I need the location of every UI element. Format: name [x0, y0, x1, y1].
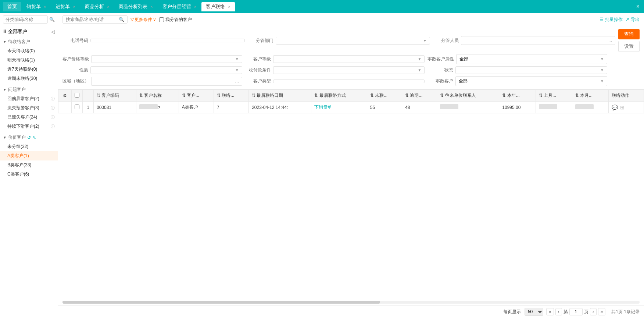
sidebar-item-7days[interactable]: 近7天待联络(0): [0, 65, 58, 74]
tab-purchase[interactable]: 进货单 ×: [51, 2, 79, 11]
sidebar-item-repurchase-abnormal[interactable]: 回购异常客户(2) ⓘ: [0, 94, 58, 103]
last-page-button[interactable]: »: [598, 308, 606, 315]
td-last-method: 下销货单: [311, 102, 367, 113]
status-select[interactable]: ▼: [455, 66, 607, 74]
td-name: ?: [136, 102, 179, 113]
settings-icon[interactable]: ⚙: [63, 93, 67, 98]
action-icons: 💬 ⊞: [612, 105, 641, 110]
sidebar-item-tomorrow[interactable]: 明天待联络(1): [0, 56, 58, 65]
col-name[interactable]: ⇅ 客户名称: [136, 90, 179, 102]
filter-search-icon[interactable]: 🔍: [119, 17, 124, 22]
close-app-button[interactable]: ×: [635, 2, 641, 11]
td-no-contact: 55: [367, 102, 402, 113]
tab-sales[interactable]: 销货单 ×: [22, 2, 50, 11]
dept-select[interactable]: ▼: [276, 37, 430, 45]
col-code[interactable]: ⇅ 客户编码: [94, 90, 136, 102]
col-unit-sort: ⇅: [440, 93, 444, 98]
td-type: A类客户: [179, 102, 214, 113]
page-input[interactable]: [569, 308, 583, 315]
batch-operation-button[interactable]: ☰ 批量操作: [600, 17, 623, 23]
col-settings[interactable]: ⚙: [58, 90, 72, 102]
first-page-button[interactable]: «: [546, 308, 554, 315]
query-button[interactable]: 查询: [618, 29, 640, 39]
col-overdue[interactable]: ⇅ 逾期...: [402, 90, 437, 102]
filter-row-4: 区域（地区） ... 客户类型 零散客户 全部 ▼: [62, 76, 640, 86]
sidebar-search-input[interactable]: [3, 15, 48, 24]
col-no-contact-sort: ⇅: [370, 93, 374, 98]
main-layout: 🔍 ⠿ 全部客户 ◁ ▼ 待联络客户 今天待联络(0) 明天待联络(1) 近7天…: [0, 13, 644, 318]
close-tab-purchase[interactable]: ×: [73, 4, 75, 9]
sidebar-item-churn-warning[interactable]: 流失预警客户(3) ⓘ: [0, 103, 58, 113]
col-last-method[interactable]: ⇅ 最后联络方式: [311, 90, 367, 102]
close-tab-customer-segment[interactable]: ×: [194, 4, 196, 9]
row-checkbox[interactable]: [75, 105, 79, 109]
tab-customer-contact[interactable]: 客户联络 ×: [201, 2, 235, 11]
sidebar-item-class-c[interactable]: C类客户(6): [0, 170, 58, 179]
tab-goods-analysis-list[interactable]: 商品分析列表 ×: [114, 2, 157, 11]
col-this-month[interactable]: ⇅ 本月...: [572, 90, 608, 102]
link-icon[interactable]: ⊞: [620, 105, 625, 110]
col-last-date[interactable]: ⇅ 最后联络日期: [249, 90, 311, 102]
sidebar-item-today[interactable]: 今天待联络(0): [0, 46, 58, 56]
col-no-contact[interactable]: ⇅ 未联...: [367, 90, 402, 102]
col-this-year[interactable]: ⇅ 本年...: [499, 90, 536, 102]
my-customers-checkbox-label[interactable]: 我分管的客户: [159, 17, 192, 23]
nature-select[interactable]: ▼: [90, 66, 242, 74]
sidebar-item-declining[interactable]: 持续下滑客户(2) ⓘ: [0, 122, 58, 131]
price-level-select[interactable]: ▼: [91, 55, 242, 63]
filter-row-1: 电话号码 分管部门 ▼ 分管人员 ...: [62, 29, 640, 52]
sidebar-group-problem-title[interactable]: ▼ 问题客户: [0, 85, 58, 94]
close-tab-goods-analysis[interactable]: ×: [107, 4, 109, 9]
select-all-checkbox[interactable]: [75, 93, 79, 98]
filter-search-input[interactable]: [66, 17, 117, 22]
cust-type-label: 客户类型: [245, 78, 271, 84]
sidebar-item-class-a[interactable]: A类客户(1): [0, 151, 58, 160]
phone-input[interactable]: [90, 39, 245, 42]
edit-icon[interactable]: ✎: [32, 135, 36, 140]
close-tab-goods-analysis-list[interactable]: ×: [150, 4, 153, 9]
close-tab-sales[interactable]: ×: [44, 4, 46, 9]
sidebar-item-unclassified[interactable]: 未分组(32): [0, 142, 58, 151]
tab-home[interactable]: 首页: [3, 2, 21, 11]
page-size-select[interactable]: 50 20 100: [525, 308, 543, 316]
refresh-icon[interactable]: ↺: [27, 135, 31, 140]
payment-select[interactable]: ▼: [273, 66, 425, 74]
message-icon[interactable]: 💬: [612, 105, 618, 110]
col-this-month-sort: ⇅: [575, 93, 579, 98]
name-masked: [139, 104, 158, 109]
col-last-month[interactable]: ⇅ 上月...: [536, 90, 572, 102]
col-contact[interactable]: ⇅ 联络...: [214, 90, 248, 102]
tab-goods-analysis[interactable]: 商品分析 ×: [80, 2, 114, 11]
scroll-track[interactable]: [62, 301, 640, 304]
next-page-button[interactable]: ›: [590, 308, 597, 315]
filter-more-button[interactable]: ▽ 更多条件 ∨: [130, 17, 156, 23]
sidebar-item-overdue[interactable]: 逾期未联络(30): [0, 74, 58, 83]
customer-table-area: ⚙ ⇅ 客户编码 ⇅ 客户名称: [58, 89, 644, 299]
close-tab-customer-contact[interactable]: ×: [228, 4, 230, 9]
nature-label: 性质: [62, 67, 88, 73]
tab-customer-segment[interactable]: 客户分层经营 ×: [158, 2, 201, 11]
col-unit-contact[interactable]: ⇅ 往来单位联系人: [437, 90, 499, 102]
scatter-cust-select[interactable]: 全部 ▼: [455, 76, 607, 86]
my-customers-checkbox[interactable]: [159, 17, 164, 22]
td-checkbox[interactable]: [72, 102, 83, 113]
sidebar-collapse-icon[interactable]: ◁: [51, 29, 55, 35]
sidebar-item-churned[interactable]: 已流失客户(24) ⓘ: [0, 113, 58, 122]
filter-cell-scatter-attr: 零散客户属性 全部 ▼: [427, 54, 607, 64]
col-type[interactable]: ⇅ 客户...: [179, 90, 214, 102]
region-input[interactable]: ...: [91, 77, 242, 86]
scroll-thumb[interactable]: [62, 301, 380, 304]
setting-button[interactable]: 设置: [618, 41, 640, 52]
sidebar-search-icon[interactable]: 🔍: [49, 17, 55, 22]
cust-level-select[interactable]: ▼: [273, 55, 425, 63]
sidebar-group-pending-title[interactable]: ▼ 待联络客户: [0, 37, 58, 46]
col-checkbox[interactable]: [72, 90, 83, 102]
export-button[interactable]: ↗ 导出: [626, 17, 640, 23]
person-input[interactable]: ...: [461, 36, 615, 45]
scatter-attr-select[interactable]: 全部 ▼: [456, 54, 607, 64]
prev-page-button[interactable]: ‹: [555, 308, 562, 315]
sidebar-item-class-b[interactable]: B类客户(33): [0, 160, 58, 170]
cust-type-input[interactable]: [273, 80, 425, 83]
last-method-link[interactable]: 下销货单: [314, 105, 332, 110]
sidebar-group-value-title[interactable]: ▼ 价值客户 ↺ ✎: [0, 133, 58, 142]
